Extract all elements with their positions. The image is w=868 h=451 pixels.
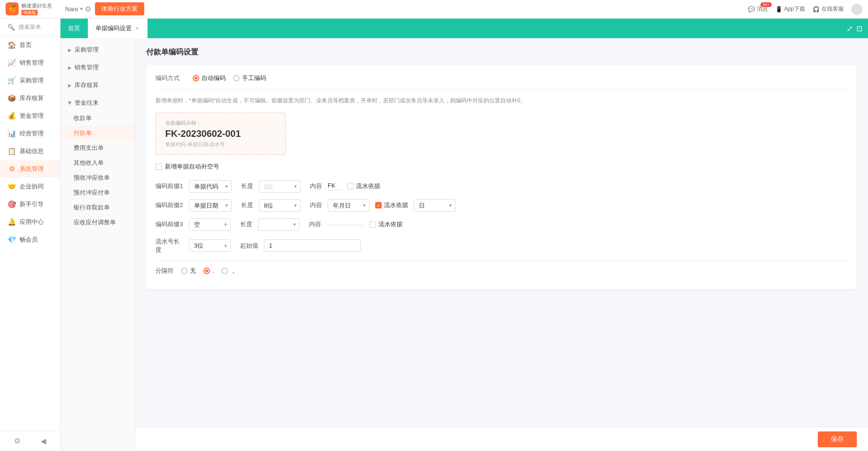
sub-sidebar-group-fund[interactable]: ▶ 资金往来 [61, 95, 135, 111]
sub-sidebar-leaf-adjustment[interactable]: 应收应付调整单 [61, 215, 135, 230]
content2-select[interactable]: 年月日 [328, 199, 370, 212]
length3-select-wrapper[interactable] [258, 218, 300, 231]
sidebar-item-enterprise[interactable]: 🤝 企业协同 [0, 178, 60, 195]
sidebar-collapse-icon[interactable]: ◀ [39, 435, 48, 447]
top-bar-nav[interactable]: Nare ▾ ⚙ [65, 5, 91, 13]
sub-sidebar-leaf-pre-payable[interactable]: 预付冲应付单 [61, 185, 135, 200]
prefix1-select[interactable]: 单据代码 [189, 180, 232, 193]
prefix2-select-wrapper[interactable]: 单据日期 [189, 199, 232, 212]
sub-sidebar-group-inventory[interactable]: ▶ 库存核算 [61, 77, 135, 93]
tab-close-icon[interactable]: × [135, 24, 140, 33]
app-download-button[interactable]: 📱 App下载 [775, 5, 805, 13]
prefix2-select[interactable]: 单据日期 [189, 199, 232, 212]
sidebar-item-basics[interactable]: 📋 基础信息 [0, 142, 60, 160]
tab-home[interactable]: 首页 [61, 19, 88, 38]
sub-sidebar-leaf-other-income[interactable]: 其他收入单 [61, 155, 135, 170]
serial2-checkbox-box[interactable]: ✓ [375, 202, 382, 209]
radio-sep-dot[interactable]: . [203, 267, 214, 274]
sub-sidebar-leaf-expense[interactable]: 费用支出单 [61, 141, 135, 155]
sub-sidebar-leaf-bank[interactable]: 银行存取款单 [61, 200, 135, 215]
sidebar-search[interactable]: 🔍 搜索菜单 [0, 19, 60, 36]
prefix2-label: 编码前缀2 [155, 201, 183, 209]
trial-button[interactable]: 体验行业方案 [95, 2, 144, 15]
code-preview: 当前编码示例： FK-20230602-001 单据代码-单据日期-流水号 [155, 113, 286, 155]
sidebar-item-member[interactable]: 💎 畅会员 [0, 231, 60, 249]
sub-sidebar-section-sales: ▶ 销售管理 [61, 60, 135, 75]
start-value-input[interactable] [264, 239, 361, 252]
encode-method-row: 编码方式 自动编码 手工编码 [155, 74, 848, 89]
radio-sep-comma[interactable]: ， [222, 267, 236, 275]
top-bar-left: 🍊 畅捷通好生意 插曲版 Nare ▾ ⚙ 体验行业方案 [6, 2, 144, 16]
serial1-checkbox-box[interactable] [347, 183, 354, 189]
auto-fill-row[interactable]: 新增单据自动补空号 [155, 162, 848, 171]
length2-select[interactable]: 8位 [259, 199, 301, 212]
serial2-period-select[interactable]: 日 [414, 199, 456, 212]
sub-sidebar-leaf-payment[interactable]: 付款单 [61, 126, 135, 141]
encode-method-label: 编码方式 [155, 74, 180, 82]
operations-icon: 📊 [7, 129, 16, 138]
sidebar-item-inventory[interactable]: 📦 库存核算 [0, 89, 60, 107]
sidebar-item-system[interactable]: ⚙ 系统管理 [0, 160, 60, 178]
save-button[interactable]: 保存 [818, 431, 857, 447]
user-avatar[interactable] [851, 4, 862, 15]
message-button[interactable]: 💬 消息 99+ [748, 5, 768, 13]
sidebar-item-sales[interactable]: 📈 销售管理 [0, 54, 60, 72]
content2-select-wrapper[interactable]: 年月日 [328, 199, 370, 212]
sidebar-settings-icon[interactable]: ⚙ [12, 435, 22, 447]
sidebar-item-operations[interactable]: 📊 经营管理 [0, 125, 60, 142]
serial1-checkbox[interactable]: 流水依据 [347, 182, 380, 190]
prefix3-select[interactable]: 空 [189, 218, 231, 231]
prefix3-select-wrapper[interactable]: 空 [189, 218, 231, 231]
app-icon: 📱 [775, 6, 782, 13]
sub-sidebar-leaf-receipt[interactable]: 收款单 [61, 111, 135, 126]
content1-label: 内容 [310, 182, 322, 190]
code-preview-value: FK-20230602-001 [165, 128, 276, 139]
sidebar-item-guide[interactable]: 🎯 新手引导 [0, 195, 60, 213]
sidebar-bottom: ⚙ ◀ [0, 431, 60, 451]
content3-value [327, 224, 364, 225]
serial3-checkbox-box[interactable] [370, 221, 376, 228]
nav-text: Nare [65, 6, 78, 13]
nav-chevron-icon[interactable]: ▾ [80, 6, 83, 12]
tab-encoding-settings[interactable]: 单据编码设置 × [88, 19, 148, 38]
serial2-checkbox[interactable]: ✓ 流水依据 [375, 201, 408, 209]
logo-icon: 🍊 [6, 2, 19, 15]
online-service-button[interactable]: 🎧 在线客服 [813, 5, 844, 13]
logo: 🍊 畅捷通好生意 插曲版 [6, 2, 52, 16]
radio-sep-none[interactable]: 无 [181, 267, 196, 275]
sub-sidebar-group-purchase[interactable]: ▶ 采购管理 [61, 42, 135, 58]
length1-select-wrapper[interactable]: 2位 [259, 180, 301, 193]
finance-icon: 💰 [7, 112, 16, 120]
radio-auto-encode[interactable]: 自动编码 [193, 74, 226, 82]
sub-sidebar-section-fund: ▶ 资金往来 收款单 付款单 费用支出单 其他收入单 [61, 95, 135, 230]
length3-select[interactable] [258, 218, 300, 231]
code-preview-label: 当前编码示例： [165, 120, 276, 127]
auto-fill-checkbox[interactable] [155, 163, 162, 170]
serial2-period-wrapper[interactable]: 日 [414, 199, 456, 212]
sidebar-item-apps[interactable]: 🔔 应用中心 [0, 213, 60, 231]
radio-auto-icon [193, 75, 199, 81]
guide-icon: 🎯 [7, 200, 16, 209]
length2-select-wrapper[interactable]: 8位 [259, 199, 301, 212]
length3-label: 长度 [240, 220, 252, 229]
prefix1-select-wrapper[interactable]: 单据代码 [189, 180, 232, 193]
sidebar-item-home[interactable]: 🏠 首页 [0, 36, 60, 54]
sidebar-item-purchase[interactable]: 🛒 采购管理 [0, 72, 60, 89]
sub-sidebar-group-sales[interactable]: ▶ 销售管理 [61, 60, 135, 75]
radio-sep-none-icon [181, 268, 188, 274]
length1-select[interactable]: 2位 [259, 180, 301, 193]
tab-maximize-icon[interactable]: ⤢ [847, 24, 853, 33]
prefix1-row: 编码前缀1 单据代码 长度 2位 [155, 180, 848, 193]
serial-length-select[interactable]: 3位 [189, 239, 231, 252]
sidebar-item-finance[interactable]: 💰 资金管理 [0, 107, 60, 125]
settings-icon[interactable]: ⚙ [85, 5, 91, 13]
length2-label: 长度 [241, 201, 253, 209]
tab-restore-icon[interactable]: ⊡ [856, 24, 862, 33]
serial-length-select-wrapper[interactable]: 3位 [189, 239, 231, 252]
service-icon: 🎧 [813, 6, 820, 13]
serial3-checkbox[interactable]: 流水依据 [370, 220, 403, 229]
sub-sidebar-leaf-pre-receivable[interactable]: 预收冲应收单 [61, 170, 135, 185]
serial-length-row: 流水号长度 3位 起始值 [155, 237, 848, 254]
radio-manual-encode[interactable]: 手工编码 [233, 74, 266, 82]
purchase-arrow-icon: ▶ [68, 47, 72, 53]
